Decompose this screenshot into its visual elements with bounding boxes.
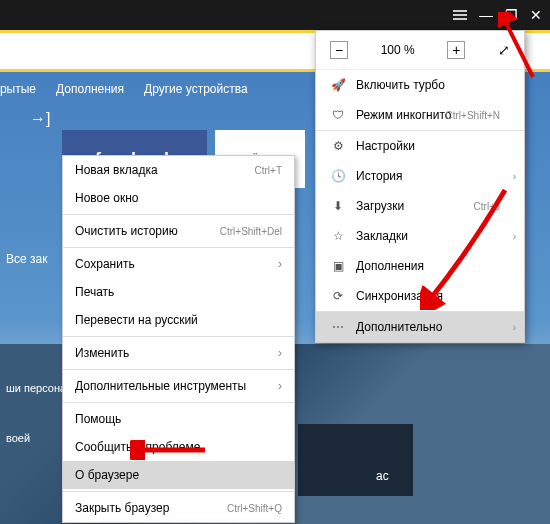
shortcut: Ctrl+Shift+Q xyxy=(227,503,282,514)
label: Настройки xyxy=(356,139,415,153)
zoom-row: − 100 % + ⤢ xyxy=(316,31,524,70)
menu-more-tools[interactable]: Дополнительные инструменты› xyxy=(63,372,294,400)
label: История xyxy=(356,169,403,183)
menu-turbo[interactable]: 🚀Включить турбо xyxy=(316,70,524,100)
label: Сообщить о проблеме xyxy=(75,440,200,454)
label: Синхронизация xyxy=(356,289,443,303)
menu-incognito[interactable]: 🛡Режим инкогнитоCtrl+Shift+N xyxy=(316,100,524,130)
menu-close-browser[interactable]: Закрыть браузерCtrl+Shift+Q xyxy=(63,494,294,522)
menu-save[interactable]: Сохранить› xyxy=(63,250,294,278)
chevron-right-icon: › xyxy=(513,322,516,333)
menu-print[interactable]: Печать xyxy=(63,278,294,306)
label: Загрузки xyxy=(356,199,404,213)
menu-report[interactable]: Сообщить о проблеме xyxy=(63,433,294,461)
close-button[interactable]: ✕ xyxy=(530,7,542,23)
dark-tile[interactable] xyxy=(298,424,413,496)
bookmarks-label: Все зак xyxy=(6,252,47,266)
menu-downloads[interactable]: ⬇ЗагрузкиCtrl+J xyxy=(316,191,524,221)
shortcut: Ctrl+Shift+Del xyxy=(220,226,282,237)
separator xyxy=(63,214,294,215)
submenu-more: Новая вкладкаCtrl+T Новое окно Очистить … xyxy=(62,155,295,523)
main-menu: − 100 % + ⤢ 🚀Включить турбо 🛡Режим инког… xyxy=(315,30,525,343)
label: Дополнительные инструменты xyxy=(75,379,246,393)
menu-history[interactable]: 🕓История› xyxy=(316,161,524,191)
chevron-right-icon: › xyxy=(513,231,516,242)
chevron-right-icon: › xyxy=(513,171,516,182)
minimize-button[interactable]: — xyxy=(479,7,493,23)
label: Сохранить xyxy=(75,257,135,271)
label: Режим инкогнито xyxy=(356,108,451,122)
menu-more[interactable]: ⋯Дополнительно› xyxy=(316,312,524,342)
rocket-icon: 🚀 xyxy=(330,78,346,92)
shortcut: Ctrl+J xyxy=(474,201,500,212)
label: Новая вкладка xyxy=(75,163,158,177)
titlebar: — ❐ ✕ xyxy=(0,0,550,30)
svoi-label: воей xyxy=(6,432,30,444)
label: Закрыть браузер xyxy=(75,501,169,515)
download-icon: ⬇ xyxy=(330,199,346,213)
sync-icon: ⟳ xyxy=(330,289,346,303)
separator xyxy=(63,336,294,337)
incognito-icon: 🛡 xyxy=(330,108,346,122)
settings-icon: ⚙ xyxy=(330,139,346,153)
menu-sync[interactable]: ⟳Синхронизация xyxy=(316,281,524,311)
label: Изменить xyxy=(75,346,129,360)
label: Включить турбо xyxy=(356,78,445,92)
tab-closed[interactable]: акрытые xyxy=(0,82,36,96)
addons-icon: ▣ xyxy=(330,259,346,273)
ac-label: ас xyxy=(376,469,389,483)
menu-addons[interactable]: ▣Дополнения xyxy=(316,251,524,281)
shortcut: Ctrl+Shift+N xyxy=(446,110,500,121)
star-icon: ☆ xyxy=(330,229,346,243)
separator xyxy=(63,369,294,370)
maximize-button[interactable]: ❐ xyxy=(505,7,518,23)
menu-new-window[interactable]: Новое окно xyxy=(63,184,294,212)
label: Дополнения xyxy=(356,259,424,273)
separator xyxy=(63,402,294,403)
label: Печать xyxy=(75,285,114,299)
tab-devices[interactable]: Другие устройства xyxy=(144,82,248,96)
menu-settings[interactable]: ⚙Настройки xyxy=(316,131,524,161)
menu-new-tab[interactable]: Новая вкладкаCtrl+T xyxy=(63,156,294,184)
chevron-right-icon: › xyxy=(278,346,282,360)
label: О браузере xyxy=(75,468,139,482)
label: Очистить историю xyxy=(75,224,178,238)
zoom-in-button[interactable]: + xyxy=(447,41,465,59)
menu-clear-history[interactable]: Очистить историюCtrl+Shift+Del xyxy=(63,217,294,245)
shortcut: Ctrl+T xyxy=(255,165,283,176)
menu-bookmarks[interactable]: ☆Закладки› xyxy=(316,221,524,251)
menu-help[interactable]: Помощь xyxy=(63,405,294,433)
hamburger-menu-icon[interactable] xyxy=(453,10,467,20)
separator xyxy=(63,247,294,248)
label: Перевести на русский xyxy=(75,313,198,327)
zoom-value: 100 % xyxy=(381,43,415,57)
label: Дополнительно xyxy=(356,320,442,334)
label: Новое окно xyxy=(75,191,139,205)
label: Помощь xyxy=(75,412,121,426)
more-icon: ⋯ xyxy=(330,320,346,334)
label: Закладки xyxy=(356,229,408,243)
zoom-out-button[interactable]: − xyxy=(330,41,348,59)
menu-about-browser[interactable]: О браузере xyxy=(63,461,294,489)
chevron-right-icon: › xyxy=(278,379,282,393)
chevron-right-icon: › xyxy=(278,257,282,271)
menu-translate[interactable]: Перевести на русский xyxy=(63,306,294,334)
history-icon: 🕓 xyxy=(330,169,346,183)
menu-edit[interactable]: Изменить› xyxy=(63,339,294,367)
page-tabs: акрытые Дополнения Другие устройства xyxy=(0,82,248,96)
fullscreen-icon[interactable]: ⤢ xyxy=(498,42,510,58)
login-icon[interactable]: →] xyxy=(30,110,50,128)
tab-addons[interactable]: Дополнения xyxy=(56,82,124,96)
separator xyxy=(63,491,294,492)
